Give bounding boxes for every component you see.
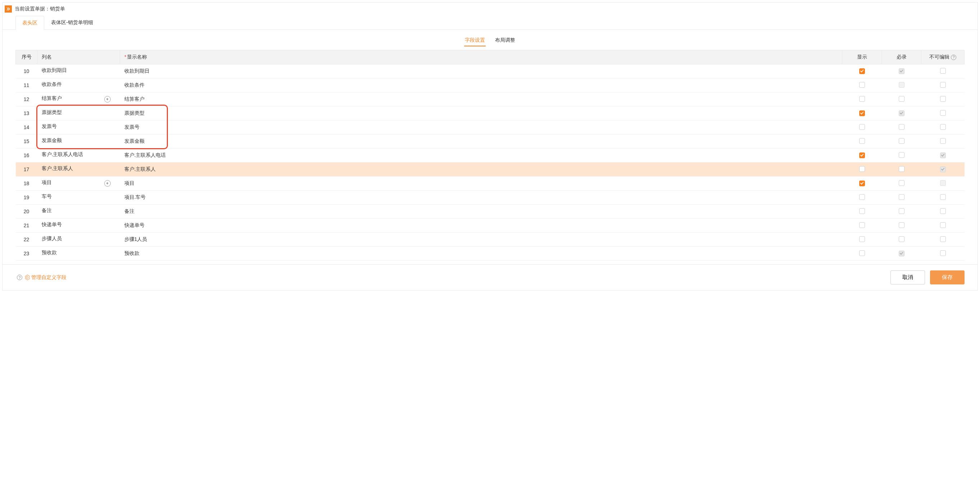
expand-panel-button[interactable] bbox=[5, 5, 12, 13]
cell-show bbox=[842, 134, 882, 148]
subtab-field-settings[interactable]: 字段设置 bbox=[464, 35, 486, 46]
checkbox-show[interactable] bbox=[859, 153, 865, 158]
table-row[interactable]: 15发票金额发票金额 bbox=[16, 134, 964, 148]
table-row[interactable]: 22步骤人员步骤1人员 bbox=[16, 232, 964, 247]
cell-required bbox=[882, 232, 921, 247]
col-header-seq: 序号 bbox=[16, 50, 37, 64]
cell-locked bbox=[921, 121, 964, 134]
add-sub-field-button[interactable]: + bbox=[104, 96, 111, 102]
checkbox-required[interactable] bbox=[899, 194, 905, 200]
cell-show bbox=[842, 205, 882, 219]
table-row[interactable]: 23预收款预收款 bbox=[16, 247, 964, 261]
checkbox-locked bbox=[940, 167, 946, 172]
cell-display-name[interactable]: 预收款 bbox=[120, 247, 842, 261]
checkbox-locked[interactable] bbox=[940, 82, 946, 88]
add-sub-field-button[interactable]: + bbox=[104, 180, 111, 186]
checkbox-show[interactable] bbox=[859, 236, 865, 242]
table-row[interactable]: 10收款到期日收款到期日 bbox=[16, 64, 964, 78]
checkbox-show[interactable] bbox=[859, 250, 865, 256]
checkbox-locked[interactable] bbox=[940, 68, 946, 74]
cell-seq: 22 bbox=[16, 232, 37, 247]
table-row[interactable]: 20备注备注 bbox=[16, 205, 964, 219]
checkbox-required[interactable] bbox=[899, 166, 905, 172]
tab-header-area[interactable]: 表头区 bbox=[16, 16, 44, 30]
table-row[interactable]: 14发票号发票号 bbox=[16, 121, 964, 134]
table-row[interactable]: 11收款条件收款条件 bbox=[16, 78, 964, 92]
checkbox-locked[interactable] bbox=[940, 138, 946, 144]
cell-display-name[interactable]: 项目 bbox=[120, 177, 842, 191]
cell-required bbox=[882, 134, 921, 148]
checkbox-show[interactable] bbox=[859, 180, 865, 186]
checkbox-locked[interactable] bbox=[940, 250, 946, 256]
checkbox-locked bbox=[940, 153, 946, 158]
cell-name: 发票号 bbox=[37, 121, 120, 134]
checkbox-required[interactable] bbox=[899, 124, 905, 130]
tab-body-area[interactable]: 表体区-销货单明细 bbox=[44, 16, 100, 29]
checkbox-required[interactable] bbox=[899, 180, 905, 186]
subtab-layout-adjust[interactable]: 布局调整 bbox=[494, 35, 516, 46]
help-icon[interactable]: ? bbox=[17, 275, 22, 280]
checkbox-show[interactable] bbox=[859, 110, 865, 116]
checkbox-show[interactable] bbox=[859, 96, 865, 102]
checkbox-required[interactable] bbox=[899, 222, 905, 228]
cell-display-name[interactable]: 收款条件 bbox=[120, 78, 842, 92]
cell-display-name[interactable]: 备注 bbox=[120, 205, 842, 219]
checkbox-required[interactable] bbox=[899, 138, 905, 144]
cell-name: 预收款 bbox=[37, 247, 120, 261]
gear-icon bbox=[24, 275, 30, 280]
cell-display-name[interactable]: 结算客户 bbox=[120, 92, 842, 107]
checkbox-show[interactable] bbox=[859, 68, 865, 74]
checkbox-locked[interactable] bbox=[940, 124, 946, 130]
checkbox-show[interactable] bbox=[859, 208, 865, 214]
cell-seq: 17 bbox=[16, 162, 37, 177]
cell-show bbox=[842, 148, 882, 162]
table-row[interactable]: 13票据类型票据类型 bbox=[16, 107, 964, 121]
cell-locked bbox=[921, 107, 964, 121]
checkbox-show[interactable] bbox=[859, 82, 865, 88]
cell-required bbox=[882, 219, 921, 232]
cell-name: 结算客户+ bbox=[37, 92, 120, 107]
cell-display-name[interactable]: 项目.车号 bbox=[120, 191, 842, 205]
manage-custom-fields-link[interactable]: 管理自定义字段 bbox=[24, 274, 67, 281]
checkbox-show[interactable] bbox=[859, 222, 865, 228]
checkbox-required[interactable] bbox=[899, 152, 905, 158]
cell-display-name[interactable]: 发票号 bbox=[120, 121, 842, 134]
table-row[interactable]: 21快递单号快递单号 bbox=[16, 219, 964, 232]
cell-display-name[interactable]: 客户.主联系人 bbox=[120, 162, 842, 177]
cell-required bbox=[882, 107, 921, 121]
table-row[interactable]: 17客户.主联系人客户.主联系人 bbox=[16, 162, 964, 177]
cell-display-name[interactable]: 票据类型 bbox=[120, 107, 842, 121]
checkbox-show[interactable] bbox=[859, 138, 865, 144]
cell-display-name[interactable]: 发票金额 bbox=[120, 134, 842, 148]
table-row[interactable]: 12结算客户+结算客户 bbox=[16, 92, 964, 107]
cell-show bbox=[842, 78, 882, 92]
cell-seq: 23 bbox=[16, 247, 37, 261]
cell-display-name[interactable]: 客户.主联系人电话 bbox=[120, 148, 842, 162]
table-row[interactable]: 18项目+项目 bbox=[16, 177, 964, 191]
table-row[interactable]: 16客户.主联系人电话客户.主联系人电话 bbox=[16, 148, 964, 162]
checkbox-locked[interactable] bbox=[940, 208, 946, 214]
cell-display-name[interactable]: 收款到期日 bbox=[120, 64, 842, 78]
checkbox-required[interactable] bbox=[899, 208, 905, 214]
checkbox-locked[interactable] bbox=[940, 236, 946, 242]
table-row[interactable]: 19车号项目.车号 bbox=[16, 191, 964, 205]
checkbox-required[interactable] bbox=[899, 96, 905, 102]
cell-name: 票据类型 bbox=[37, 107, 120, 121]
help-icon[interactable]: ? bbox=[951, 55, 956, 60]
checkbox-locked[interactable] bbox=[940, 96, 946, 102]
checkbox-show[interactable] bbox=[859, 194, 865, 200]
checkbox-show[interactable] bbox=[859, 124, 865, 130]
cancel-button[interactable]: 取消 bbox=[891, 271, 925, 285]
checkbox-required[interactable] bbox=[899, 236, 905, 242]
checkbox-locked[interactable] bbox=[940, 110, 946, 116]
col-header-required: 必录 bbox=[882, 50, 921, 64]
cell-required bbox=[882, 205, 921, 219]
save-button[interactable]: 保存 bbox=[930, 271, 964, 285]
cell-show bbox=[842, 162, 882, 177]
checkbox-locked[interactable] bbox=[940, 194, 946, 200]
checkbox-locked[interactable] bbox=[940, 222, 946, 228]
cell-display-name[interactable]: 快递单号 bbox=[120, 219, 842, 232]
cell-display-name[interactable]: 步骤1人员 bbox=[120, 232, 842, 247]
cell-locked bbox=[921, 247, 964, 261]
checkbox-show[interactable] bbox=[859, 166, 865, 172]
